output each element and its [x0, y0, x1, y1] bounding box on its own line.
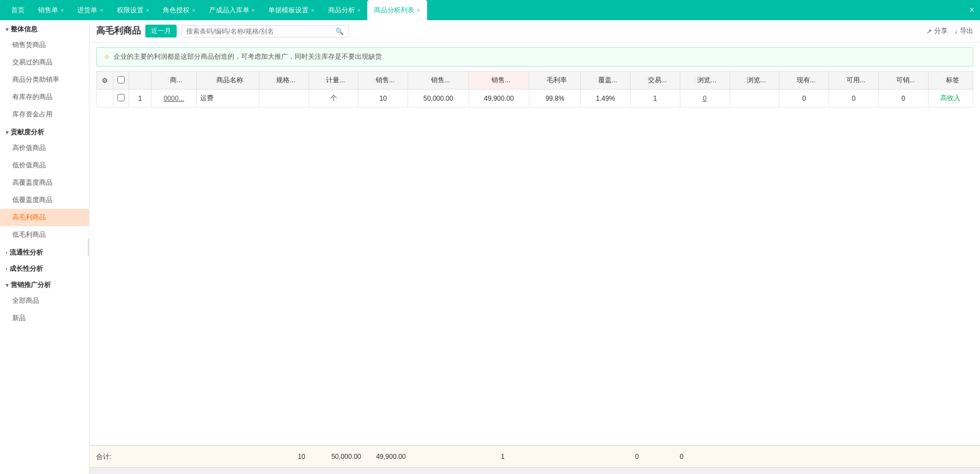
cell-available: 0 [829, 90, 879, 107]
cell-browse1[interactable]: 0 [680, 90, 730, 107]
footer-spacer2 [413, 453, 480, 461]
sidebar: « ▾ 整体信息 销售货商品 交易过的商品 商品分类助销率 有库存的商品 库存资… [0, 20, 89, 474]
col-header-tag[interactable]: :标签 [928, 72, 973, 90]
sidebar-item-in-stock[interactable]: 有库存的商品 [0, 88, 89, 106]
sidebar-collapse-button[interactable]: « [88, 239, 89, 256]
export-button[interactable]: ↓ 导出 [954, 26, 973, 36]
table-footer: 合计: 10 50,000.00 49,900.00 1 0 0 [89, 445, 980, 467]
col-header-settings[interactable]: ⚙ [97, 72, 113, 90]
cell-check[interactable] [113, 90, 129, 107]
col-header-sales-profit[interactable]: :销售... [468, 72, 529, 90]
arrow-icon-overview: ▾ [6, 26, 8, 32]
sidebar-item-traded-goods[interactable]: 交易过的商品 [0, 54, 89, 71]
nav-item-purchase[interactable]: 进货单 × [70, 0, 110, 20]
sidebar-group-contribution[interactable]: ▾ 贡献度分析 [0, 123, 89, 139]
sidebar-item-sales-goods[interactable]: 销售货商品 [0, 36, 89, 54]
data-table: ⚙ :商... :商品名称 [96, 71, 973, 107]
sidebar-item-high-coverage[interactable]: 高覆盖度商品 [0, 174, 89, 191]
page-title: 高毛利商品 [96, 25, 141, 37]
sidebar-group-liquidity[interactable]: › 流通性分析 [0, 243, 89, 260]
cell-code[interactable]: 0000... [152, 90, 197, 107]
nav-close-analysis[interactable]: × [357, 7, 361, 13]
sidebar-item-category-rate[interactable]: 商品分类助销率 [0, 71, 89, 88]
nav-close-sales[interactable]: × [60, 7, 64, 13]
nav-item-inbound[interactable]: 产成品入库单 × [202, 0, 262, 20]
col-header-sales-amount[interactable]: :销售... [408, 72, 468, 90]
top-nav: 首页 销售单 × 进货单 × 权限设置 × 角色授权 × 产成品入库单 × 单据… [0, 0, 980, 20]
col-header-available[interactable]: :可用... [829, 72, 879, 90]
info-banner: ✧ 企业的主要的利润都是这部分商品创造的，可考虑加大推广，同时关注库存是不要出现… [96, 47, 973, 67]
content-area: 高毛利商品 近一月 🔍 ↗ 分享 ↓ 导出 [89, 20, 980, 474]
main-layout: « ▾ 整体信息 销售货商品 交易过的商品 商品分类助销率 有库存的商品 库存资… [0, 20, 980, 474]
sidebar-item-high-value[interactable]: 高价值商品 [0, 139, 89, 157]
nav-item-analysis[interactable]: 商品分析 × [321, 0, 367, 20]
col-header-name[interactable]: :商品名称 [197, 72, 259, 90]
cell-sales-qty: 10 [358, 90, 408, 107]
nav-item-home[interactable]: 首页 [4, 0, 31, 20]
cell-num: 1 [129, 90, 152, 107]
footer-sales-amount: 50,000.00 [324, 453, 368, 461]
nav-close-role[interactable]: × [192, 7, 195, 13]
row-checkbox[interactable] [117, 94, 125, 101]
nav-close-template[interactable]: × [311, 7, 314, 13]
col-header-trade[interactable]: :交易... [630, 72, 680, 90]
cell-settings [97, 90, 113, 107]
cell-browse2 [730, 90, 779, 107]
footer-spacer1 [122, 453, 279, 461]
col-header-check[interactable] [113, 72, 129, 90]
cell-gross-rate: 99.8% [529, 90, 581, 107]
check-all-checkbox[interactable] [117, 76, 125, 83]
sidebar-item-low-coverage[interactable]: 低覆盖度商品 [0, 191, 89, 209]
footer-current-stock: 0 [614, 453, 659, 461]
time-filter-button[interactable]: 近一月 [145, 25, 177, 37]
table-container[interactable]: ⚙ :商... :商品名称 [89, 71, 980, 445]
sidebar-item-low-value[interactable]: 低价值商品 [0, 157, 89, 174]
col-header-code[interactable]: :商... [152, 72, 197, 90]
cell-sales-profit: 49,900.00 [468, 90, 529, 107]
sidebar-item-new-goods[interactable]: 新品 [0, 309, 89, 327]
footer-sales-profit: 49,900.00 [368, 453, 413, 461]
col-header-current-stock[interactable]: :现有... [779, 72, 829, 90]
close-app-button[interactable]: × [969, 5, 974, 15]
col-header-gross-rate[interactable]: :毛利率 [529, 72, 581, 90]
search-icon[interactable]: 🔍 [335, 27, 344, 35]
footer-spacer3 [525, 453, 614, 461]
nav-item-role[interactable]: 角色授权 × [156, 0, 202, 20]
footer-cells: 10 50,000.00 49,900.00 1 0 0 [122, 453, 973, 461]
search-input[interactable] [186, 27, 335, 35]
nav-close-purchase[interactable]: × [100, 7, 103, 13]
info-icon: ✧ [103, 53, 110, 62]
nav-item-permission[interactable]: 权限设置 × [110, 0, 156, 20]
col-header-spec[interactable]: :规格... [259, 72, 309, 90]
col-header-unit[interactable]: :计量... [309, 72, 358, 90]
col-header-browse1[interactable]: :浏览... [680, 72, 730, 90]
cell-name[interactable]: 运费 [197, 90, 259, 107]
share-button[interactable]: ↗ 分享 [926, 26, 948, 36]
sidebar-item-high-margin[interactable]: 高毛利商品 [0, 209, 89, 226]
col-header-browse2[interactable]: :浏览... [730, 72, 779, 90]
nav-close-permission[interactable]: × [146, 7, 149, 13]
nav-item-sales[interactable]: 销售单 × [31, 0, 70, 20]
sidebar-item-all-goods[interactable]: 全部商品 [0, 292, 89, 309]
nav-item-template[interactable]: 单据模板设置 × [262, 0, 321, 20]
arrow-icon-growth: › [6, 266, 7, 272]
col-header-coverage[interactable]: :覆盖... [581, 72, 631, 90]
sidebar-item-stock-capital[interactable]: 库存资金占用 [0, 106, 89, 123]
sidebar-group-overview[interactable]: ▾ 整体信息 [0, 20, 89, 36]
sidebar-group-marketing[interactable]: ▾ 营销推广分析 [0, 276, 89, 292]
cell-tag: 高收入 [928, 90, 973, 107]
col-header-sellable[interactable]: :可销... [878, 72, 928, 90]
sidebar-group-growth[interactable]: › 成长性分析 [0, 260, 89, 276]
col-header-sales-qty[interactable]: :销售... [358, 72, 408, 90]
nav-close-inbound[interactable]: × [252, 7, 255, 13]
footer-trade: 1 [480, 453, 525, 461]
cell-trade: 1 [630, 90, 680, 107]
search-box: 🔍 [181, 25, 349, 37]
nav-item-analysis-list[interactable]: 商品分析列表 × [367, 0, 427, 20]
sidebar-item-low-margin[interactable]: 低毛利商品 [0, 226, 89, 243]
bottom-scrollbar[interactable] [89, 467, 980, 474]
nav-close-analysis-list[interactable]: × [416, 7, 420, 13]
content-header: 高毛利商品 近一月 🔍 ↗ 分享 ↓ 导出 [89, 20, 980, 43]
share-icon: ↗ [926, 27, 932, 35]
cell-current-stock: 0 [779, 90, 829, 107]
